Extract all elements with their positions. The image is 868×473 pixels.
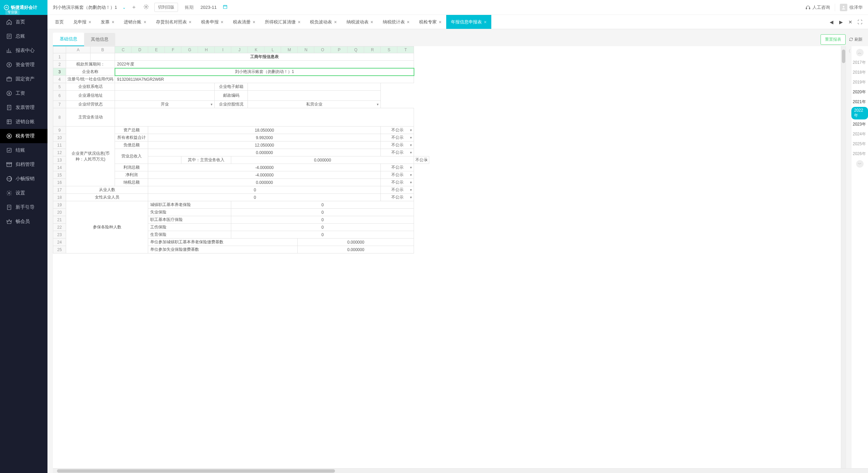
value-phone[interactable] — [115, 83, 215, 91]
row-header-7[interactable]: 7 — [53, 101, 66, 108]
horizontal-scrollbar[interactable] — [53, 468, 868, 473]
col-header-H[interactable]: H — [198, 46, 215, 53]
value-maternity[interactable]: 0 — [231, 231, 414, 239]
tab-3[interactable]: 进销台账× — [119, 15, 151, 29]
value-main-biz[interactable] — [115, 108, 414, 127]
col-header-C[interactable]: C — [115, 46, 132, 53]
sidebar-item-archive[interactable]: 归档管理 — [0, 157, 47, 172]
col-header-M[interactable]: M — [281, 46, 298, 53]
add-account-button[interactable]: ＋ — [130, 2, 138, 12]
value-total_liab[interactable]: 12.050000 — [148, 141, 381, 149]
close-icon[interactable]: × — [407, 19, 410, 25]
tab-close-all-button[interactable]: ✕ — [846, 18, 854, 26]
sidebar-item-invoice[interactable]: 发票管理 — [0, 100, 47, 115]
tab-6[interactable]: 税表清册× — [228, 15, 260, 29]
tab-5[interactable]: 税务申报× — [196, 15, 228, 29]
value-total_profit[interactable]: -4.000000 — [148, 164, 381, 171]
sidebar-item-close[interactable]: 结账 — [0, 143, 47, 157]
close-icon[interactable]: × — [484, 19, 487, 25]
year-2022年[interactable]: 2022年 — [851, 107, 868, 119]
tab-0[interactable]: 首页 — [50, 15, 68, 29]
value-owner_equity[interactable]: 9.992000 — [148, 134, 381, 141]
row-header-1[interactable]: 1 — [53, 53, 66, 61]
vertical-scrollbar[interactable] — [841, 46, 846, 468]
row-header-4[interactable]: 4 — [53, 76, 66, 83]
close-icon[interactable]: × — [221, 19, 223, 25]
row-header-5[interactable]: 5 — [53, 83, 66, 91]
col-header-R[interactable]: R — [364, 46, 381, 53]
tab-11[interactable]: 税检专家× — [414, 15, 446, 29]
sidebar-item-chart[interactable]: 报表中心 — [0, 43, 47, 58]
col-header-F[interactable]: F — [165, 46, 181, 53]
sidebar-item-stock[interactable]: 进销台账 — [0, 115, 47, 129]
value-female-emp[interactable]: 0 — [148, 194, 381, 201]
fullscreen-button[interactable]: ⛶ — [856, 18, 864, 26]
col-header-D[interactable]: D — [132, 46, 148, 53]
year-2020年[interactable]: 2020年 — [851, 87, 868, 97]
row-header-20[interactable]: 20 — [53, 209, 66, 216]
col-header-L[interactable]: L — [264, 46, 281, 53]
col-header-N[interactable]: N — [298, 46, 314, 53]
sidebar-item-settings[interactable]: 设置 — [0, 186, 47, 200]
close-icon[interactable]: × — [439, 19, 441, 25]
col-header-J[interactable]: J — [231, 46, 248, 53]
sidebar-item-tax[interactable]: 税务管理 — [0, 129, 47, 143]
close-icon[interactable]: × — [371, 19, 373, 25]
tab-basic-info[interactable]: 基础信息 — [53, 33, 84, 46]
tab-other-info[interactable]: 其他信息 — [84, 33, 115, 46]
calendar-icon[interactable] — [223, 4, 228, 10]
value-tax-period[interactable]: 2022年度 — [115, 61, 414, 68]
year-2021年[interactable]: 2021年 — [851, 97, 868, 107]
sidebar-item-reimburse[interactable]: 小畅报销 — [0, 172, 47, 186]
value-address[interactable] — [115, 91, 215, 101]
disclose-select[interactable]: 不公示▼ — [381, 179, 414, 186]
value-status[interactable]: 开业▼ — [115, 101, 215, 108]
account-select[interactable]: 刘小艳演示账套（勿删勿动！）1 ⌄ — [53, 4, 126, 11]
sidebar-item-vip[interactable]: 畅会员 — [0, 214, 47, 229]
row-header-13[interactable]: 13 — [53, 156, 66, 164]
tab-2[interactable]: 发票× — [96, 15, 119, 29]
year-down-button[interactable]: ﹀ — [856, 160, 864, 168]
row-header-14[interactable]: 14 — [53, 164, 66, 171]
value-pension-base[interactable]: 0.000000 — [298, 239, 414, 246]
year-2023年[interactable]: 2023年 — [851, 119, 868, 129]
row-header-12[interactable]: 12 — [53, 149, 66, 156]
value-employees[interactable]: 0 — [148, 186, 381, 194]
reset-report-button[interactable]: 重置报表 — [821, 34, 846, 45]
sidebar-item-ledger[interactable]: 总账 — [0, 29, 47, 43]
row-header-23[interactable]: 23 — [53, 231, 66, 239]
period-value[interactable]: 2023-11 — [200, 5, 217, 10]
tab-7[interactable]: 所得税汇算清缴× — [260, 15, 305, 29]
row-header-21[interactable]: 21 — [53, 216, 66, 224]
tab-4[interactable]: 存货别名对照表× — [151, 15, 196, 29]
tab-8[interactable]: 税负波动表× — [305, 15, 341, 29]
refresh-button[interactable]: 刷新 — [849, 37, 863, 42]
disclose-select[interactable]: 不公示▼ — [381, 171, 414, 179]
col-header-O[interactable]: O — [314, 46, 331, 53]
col-header-G[interactable]: G — [181, 46, 198, 53]
col-header-S[interactable]: S — [381, 46, 397, 53]
sidebar-item-home[interactable]: 首页 — [0, 15, 47, 29]
col-header-T[interactable]: T — [397, 46, 414, 53]
disclose-select[interactable]: 不公示▼ — [381, 164, 414, 171]
row-header-22[interactable]: 22 — [53, 224, 66, 231]
disclose-select[interactable]: 不公示▼ — [414, 156, 429, 164]
consult-button[interactable]: 人工咨询 — [806, 4, 830, 11]
disclose-select[interactable]: 不公示▼ — [381, 149, 414, 156]
value-postcode[interactable] — [248, 91, 381, 101]
close-icon[interactable]: × — [88, 19, 91, 25]
sidebar-item-money[interactable]: 资金管理 — [0, 58, 47, 72]
disclose-select[interactable]: 不公示▼ — [381, 127, 414, 134]
value-injury[interactable]: 0 — [231, 224, 414, 231]
row-header-10[interactable]: 10 — [53, 134, 66, 141]
disclose-select[interactable]: 不公示▼ — [381, 141, 414, 149]
close-icon[interactable]: × — [334, 19, 337, 25]
account-settings-button[interactable] — [142, 3, 150, 12]
sidebar-item-asset[interactable]: 固定资产 — [0, 72, 47, 86]
disclose-select[interactable]: 不公示▼ — [381, 134, 414, 141]
row-header-24[interactable]: 24 — [53, 239, 66, 246]
tab-12[interactable]: 年报信息申报表× — [446, 15, 491, 29]
value-tax_total[interactable]: 0.000000 — [148, 179, 381, 186]
col-header-I[interactable]: I — [215, 46, 231, 53]
scrollbar-thumb[interactable] — [842, 50, 845, 63]
